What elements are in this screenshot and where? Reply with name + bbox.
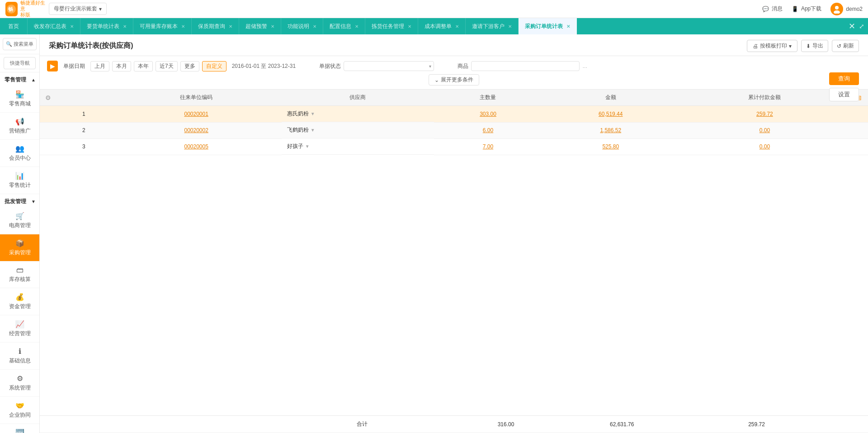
- close-icon[interactable]: ✕: [313, 24, 316, 29]
- expand-filter-button[interactable]: ⌄ 展开更多条件: [429, 74, 479, 86]
- content-area: 采购订单统计表(按供应商) 🖨 按模板打印 ▾ ⬇ 导出 ↺ 刷新: [40, 34, 868, 433]
- main-qty-cell[interactable]: 7.00: [434, 138, 542, 155]
- cumulative-paid-cell[interactable]: 0.00: [679, 138, 850, 155]
- tab-function-desc[interactable]: 功能说明 ✕: [281, 18, 323, 34]
- download-icon: 📱: [792, 6, 798, 12]
- sidebar-item-label: 基础信息: [9, 357, 31, 365]
- sidebar-item-member-center[interactable]: 👥 会员中心: [0, 140, 39, 167]
- supplier-code-cell[interactable]: 00020001: [111, 106, 282, 123]
- sidebar-item-purchase[interactable]: 📦 采购管理: [0, 234, 39, 262]
- cumulative-paid-cell[interactable]: 259.72: [679, 106, 850, 123]
- table-row: 3 00020005 好孩子 ▼ 7.00 525.80 0.00: [40, 138, 868, 155]
- filter-row: ▶ 单据日期 上月 本月 本年 近7天 更多 自定义 2016-01-01 至 …: [47, 61, 861, 71]
- expand-row-icon[interactable]: ▼: [311, 111, 315, 116]
- tab-order-summary[interactable]: 要货单统计表 ✕: [80, 18, 133, 34]
- close-icon[interactable]: ✕: [508, 24, 512, 29]
- tab-receive-summary[interactable]: 收发存汇总表 ✕: [28, 18, 80, 34]
- workspace-selector[interactable]: 母婴行业演示账套 ▾: [49, 3, 107, 15]
- close-icon[interactable]: ✕: [70, 24, 74, 29]
- status-filter: 单据状态: [319, 61, 434, 71]
- table-row: 2 00020002 飞鹤奶粉 ▼ 6.00 1,586.52 0.00: [40, 122, 868, 138]
- sidebar-item-operation[interactable]: 📈 经营管理: [0, 315, 39, 343]
- query-button[interactable]: 查询: [829, 72, 859, 85]
- sidebar-item-new-guide[interactable]: 🆕 新手引导: [0, 424, 39, 433]
- date-btn-this-month[interactable]: 本月: [112, 61, 131, 71]
- date-btn-this-year[interactable]: 本年: [134, 61, 153, 71]
- user-menu[interactable]: demo2: [830, 3, 863, 15]
- app-download-button[interactable]: 📱 App下载: [792, 5, 821, 13]
- export-button[interactable]: ⬇ 导出: [801, 40, 828, 52]
- supplier-code-cell[interactable]: 00020005: [111, 138, 282, 155]
- status-select[interactable]: [344, 61, 434, 71]
- sidebar-group-retail[interactable]: 零售管理 ▲: [0, 72, 39, 86]
- date-range-display: 2016-01-01 至 2023-12-31: [232, 62, 296, 70]
- tab-purchase-summary[interactable]: 采购订单统计表 ✕: [519, 18, 577, 34]
- date-btn-7days[interactable]: 近7天: [156, 61, 178, 71]
- row-num-cell: 2: [57, 122, 111, 138]
- close-icon[interactable]: ✕: [229, 24, 232, 29]
- date-options: 上月 本月 本年 近7天 更多 自定义: [90, 61, 226, 71]
- close-icon[interactable]: ✕: [271, 24, 274, 29]
- template-print-button[interactable]: 🖨 按模板打印 ▾: [747, 40, 797, 52]
- purchase-icon: 📦: [15, 239, 24, 247]
- sidebar-search-section: 🔍 搜索菜单: [0, 34, 39, 54]
- row-expand-cell: [40, 106, 57, 123]
- tab-invite-downstream[interactable]: 邀请下游客户 ✕: [466, 18, 519, 34]
- search-menu-button[interactable]: 🔍 搜索菜单: [3, 38, 37, 50]
- sidebar-item-enterprise[interactable]: 🤝 企业协同: [0, 397, 39, 424]
- goods-more-button[interactable]: …: [582, 63, 587, 69]
- sidebar-group-wholesale[interactable]: 批发管理 ▼: [0, 194, 39, 207]
- close-icon[interactable]: ✕: [123, 24, 127, 29]
- amount-cell[interactable]: 60,519.44: [542, 106, 679, 123]
- fund-icon: 💰: [15, 293, 24, 301]
- footer-amount: 62,631.76: [561, 416, 682, 433]
- close-icon[interactable]: ✕: [181, 24, 185, 29]
- tab-overstock-warning[interactable]: 超储预警 ✕: [239, 18, 281, 34]
- chevron-down-icon: ▾: [789, 43, 792, 49]
- settings-icon[interactable]: ⚙: [45, 94, 51, 101]
- refresh-button[interactable]: ↺ 刷新: [832, 40, 859, 52]
- close-icon[interactable]: ✕: [355, 24, 359, 29]
- main-qty-cell[interactable]: 6.00: [434, 122, 542, 138]
- sidebar-item-ecommerce[interactable]: 🛒 电商管理: [0, 207, 39, 234]
- expand-row-icon[interactable]: ▼: [311, 128, 315, 133]
- sidebar-item-fund[interactable]: 💰 资金管理: [0, 288, 39, 315]
- tab-picking-task[interactable]: 拣货任务管理 ✕: [365, 18, 418, 34]
- supplier-code-cell[interactable]: 00020002: [111, 122, 282, 138]
- cumulative-paid-cell[interactable]: 0.00: [679, 122, 850, 138]
- sidebar-item-system[interactable]: ⚙ 系统管理: [0, 370, 39, 397]
- search-icon: 🔍: [6, 41, 12, 47]
- goods-search-input[interactable]: [471, 61, 580, 71]
- sidebar-item-basic-info[interactable]: ℹ 基础信息: [0, 343, 39, 370]
- tab-cost-adjust[interactable]: 成本调整单 ✕: [418, 18, 466, 34]
- tab-home[interactable]: 首页: [0, 18, 28, 34]
- amount-cell[interactable]: 525.80: [542, 138, 679, 155]
- close-icon[interactable]: ✕: [455, 24, 459, 29]
- setting-button[interactable]: 设置: [829, 88, 859, 101]
- sidebar-item-retail-mall[interactable]: 🏪 零售商城: [0, 86, 39, 113]
- status-select-wrapper: [344, 61, 434, 71]
- tab-config-info[interactable]: 配置信息 ✕: [323, 18, 365, 34]
- date-btn-more[interactable]: 更多: [180, 61, 199, 71]
- tab-expiry-query[interactable]: 保质期查询 ✕: [192, 18, 239, 34]
- date-btn-last-month[interactable]: 上月: [90, 61, 109, 71]
- operation-icon: 📈: [15, 320, 24, 328]
- sidebar-item-retail-stats[interactable]: 📊 零售统计: [0, 167, 39, 194]
- filter-toggle-button[interactable]: ▶: [47, 61, 58, 71]
- date-btn-custom[interactable]: 自定义: [202, 61, 226, 71]
- close-all-tabs-button[interactable]: ✕: [849, 22, 855, 30]
- close-icon[interactable]: ✕: [408, 24, 411, 29]
- close-icon[interactable]: ✕: [566, 24, 570, 29]
- sidebar-item-marketing[interactable]: 📢 营销推广: [0, 113, 39, 140]
- main-qty-cell[interactable]: 303.00: [434, 106, 542, 123]
- marketing-icon: 📢: [15, 117, 24, 126]
- expand-tabs-button[interactable]: ⤢: [859, 23, 864, 30]
- message-button[interactable]: 💬 消息: [762, 5, 783, 13]
- sidebar-item-inventory[interactable]: 🗃 库存核算: [0, 262, 39, 288]
- goods-filter-label: 商品: [458, 62, 468, 70]
- quick-nav-button[interactable]: 快捷导航: [4, 57, 36, 69]
- expand-row-icon[interactable]: ▼: [305, 144, 310, 149]
- amount-cell[interactable]: 1,586.52: [542, 122, 679, 138]
- tab-usable-inventory[interactable]: 可用量库存账本 ✕: [133, 18, 192, 34]
- avatar: [830, 3, 843, 15]
